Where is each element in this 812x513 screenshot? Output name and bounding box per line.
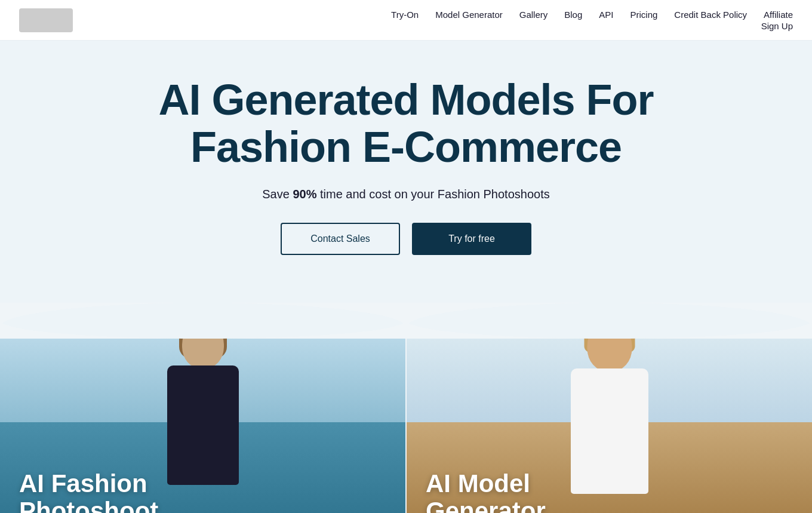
fashion-photoshoot-card[interactable]: AI Fashion Photoshoot [0, 303, 405, 513]
nav-bottom-row: Sign Up [761, 21, 793, 31]
nav-link-model-generator[interactable]: Model Generator [435, 10, 503, 20]
hero-subtitle: Save 90% time and cost on your Fashion P… [12, 188, 800, 201]
nav-link-sign-up[interactable]: Sign Up [761, 21, 793, 31]
model-generator-card[interactable]: AI Model Generator [407, 303, 812, 513]
nav-links-container: Try-On Model Generator Gallery Blog API … [391, 10, 793, 31]
nav-link-try-on[interactable]: Try-On [391, 10, 419, 20]
female-body [167, 365, 239, 485]
female-model-figure [137, 321, 269, 513]
hero-section: AI Generated Models For Fashion E-Commer… [0, 41, 812, 303]
male-head [587, 321, 632, 371]
nav-link-pricing[interactable]: Pricing [630, 10, 658, 20]
nav-link-credit-back-policy[interactable]: Credit Back Policy [674, 10, 747, 20]
male-body [571, 368, 648, 494]
nav-top-row: Try-On Model Generator Gallery Blog API … [391, 10, 793, 20]
contact-sales-button[interactable]: Contact Sales [281, 223, 400, 255]
hero-title: AI Generated Models For Fashion E-Commer… [137, 76, 675, 171]
female-head [182, 321, 224, 368]
image-cards-section: AI Fashion Photoshoot AI Model Generator [0, 303, 812, 513]
navbar: Try-On Model Generator Gallery Blog API … [0, 0, 812, 41]
nav-link-affiliate[interactable]: Affiliate [764, 10, 793, 20]
logo[interactable] [19, 8, 73, 32]
nav-link-api[interactable]: API [599, 10, 613, 20]
male-model-figure [544, 321, 675, 513]
nav-link-blog[interactable]: Blog [564, 10, 582, 20]
try-for-free-button[interactable]: Try for free [412, 223, 531, 255]
model-generator-label: AI Model Generator [426, 470, 546, 513]
nav-link-gallery[interactable]: Gallery [519, 10, 548, 20]
hero-buttons: Contact Sales Try for free [12, 223, 800, 255]
